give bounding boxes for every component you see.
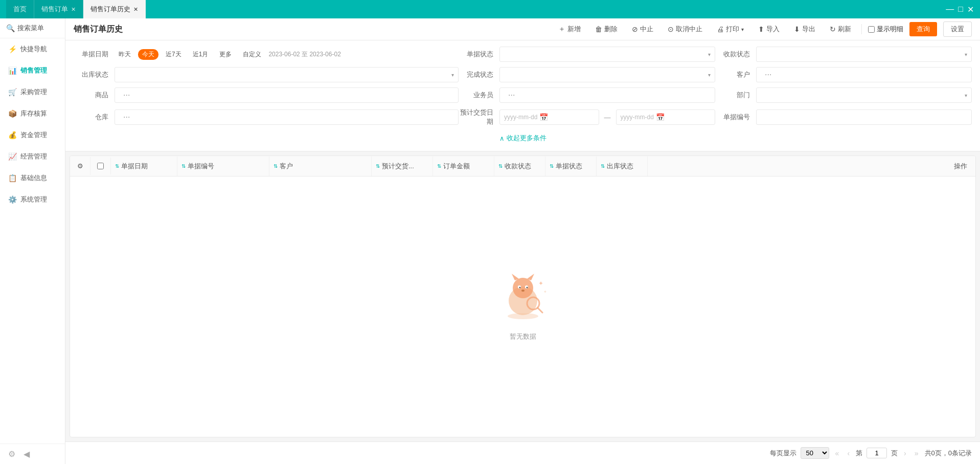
- filter-row-4: 仓库 ··· 预计交货日期 yyyy-mm-dd 📅 — yyyy: [74, 108, 972, 126]
- customer-select[interactable]: ···: [756, 67, 972, 82]
- sort-icon-order[interactable]: ⇅: [181, 163, 186, 169]
- table-select-all[interactable]: [90, 158, 111, 174]
- sort-icon-payment[interactable]: ⇅: [498, 163, 503, 169]
- sidebar-item-quick-nav-label: 快捷导航: [20, 45, 47, 54]
- th-order: ⇅ 单据编号: [177, 157, 269, 176]
- sidebar-item-system-label: 系统管理: [20, 195, 47, 204]
- th-delivery: ⇅ 预计交货...: [372, 157, 433, 176]
- sort-icon-bill[interactable]: ⇅: [550, 163, 554, 169]
- prev-page-btn[interactable]: ‹: [845, 448, 852, 458]
- complete-status-arrow-icon: ▾: [708, 72, 711, 78]
- first-page-btn[interactable]: «: [833, 448, 841, 458]
- filter-delivery-date-cell: 预计交货日期 yyyy-mm-dd 📅 — yyyy-mm-dd 📅: [459, 108, 715, 126]
- svg-line-11: [538, 308, 542, 313]
- display-cols-toggle[interactable]: 显示明细: [868, 25, 903, 34]
- calendar-from-icon: 📅: [539, 113, 548, 121]
- sort-icon-amount[interactable]: ⇅: [437, 163, 441, 169]
- collapse-filter-btn[interactable]: ∧ 收起更多条件: [74, 131, 972, 145]
- tab-sales-order-history-close[interactable]: ✕: [133, 6, 138, 13]
- sidebar-item-inventory[interactable]: 📦 库存核算: [0, 103, 65, 124]
- new-button[interactable]: ＋ 新增: [554, 23, 585, 36]
- delete-button[interactable]: 🗑 删除: [591, 23, 622, 36]
- date-btn-1month[interactable]: 近1月: [189, 49, 213, 60]
- close-btn[interactable]: ✕: [967, 5, 974, 14]
- bill-status-select[interactable]: ▾: [499, 47, 715, 62]
- sort-icon-delivery[interactable]: ⇅: [376, 163, 380, 169]
- sidebar-item-purchase[interactable]: 🛒 采购管理: [0, 81, 65, 103]
- per-page-select[interactable]: 10 20 50 100: [801, 447, 829, 459]
- last-page-btn[interactable]: »: [913, 448, 921, 458]
- delivery-date-to[interactable]: yyyy-mm-dd 📅: [616, 109, 716, 125]
- select-all-checkbox[interactable]: [97, 163, 104, 169]
- print-button[interactable]: 🖨 打印 ▾: [713, 23, 748, 36]
- stop-button[interactable]: ⊘ 中止: [628, 23, 657, 36]
- goods-dots-icon[interactable]: ···: [123, 91, 130, 100]
- filter-department-cell: 部门 ▾: [715, 87, 972, 103]
- table-settings-icon[interactable]: ⚙: [70, 157, 90, 175]
- sidebar-item-sales[interactable]: 📊 销售管理: [0, 60, 65, 81]
- th-payment-label: 收款状态: [505, 162, 531, 171]
- tab-home[interactable]: 首页: [6, 0, 34, 18]
- settings-button[interactable]: 设置: [943, 21, 972, 37]
- th-operation: 操作: [648, 157, 975, 176]
- warehouse-status-select[interactable]: ▾: [115, 67, 459, 82]
- tab-sales-order-close[interactable]: ✕: [71, 6, 76, 13]
- sidebar-item-basic-info[interactable]: 📋 基础信息: [0, 167, 65, 189]
- sidebar-item-operation[interactable]: 📈 经营管理: [0, 146, 65, 167]
- page-number-input[interactable]: [867, 448, 887, 458]
- date-btn-more[interactable]: 更多: [215, 49, 236, 60]
- display-cols-label: 显示明细: [877, 25, 903, 34]
- goods-select[interactable]: ···: [115, 87, 459, 103]
- tab-sales-order[interactable]: 销售订单 ✕: [34, 0, 83, 18]
- date-btn-today[interactable]: 今天: [138, 49, 158, 60]
- sort-icon[interactable]: ⇅: [115, 163, 119, 169]
- date-btn-custom[interactable]: 自定义: [239, 49, 265, 60]
- customer-dots-icon[interactable]: ···: [765, 70, 771, 79]
- import-button[interactable]: ⬆ 导入: [754, 23, 784, 36]
- export-button[interactable]: ⬇ 导出: [790, 23, 819, 36]
- collapse-sidebar-icon[interactable]: ◀: [24, 449, 30, 459]
- salesperson-select[interactable]: ···: [499, 87, 715, 103]
- th-amount-label: 订单金额: [443, 162, 470, 171]
- top-bar: 首页 销售订单 ✕ 销售订单历史 ✕ — □ ✕: [0, 0, 980, 18]
- sort-icon-warehouse[interactable]: ⇅: [601, 163, 605, 169]
- date-btn-yesterday[interactable]: 昨天: [115, 49, 135, 60]
- sidebar-item-quick-nav[interactable]: ⚡ 快捷导航: [0, 38, 65, 60]
- complete-status-label: 完成状态: [459, 70, 499, 79]
- th-amount: ⇅ 订单金额: [433, 157, 494, 176]
- warehouse-label: 仓库: [74, 113, 115, 122]
- collapse-label: 收起更多条件: [507, 134, 546, 143]
- complete-status-select[interactable]: ▾: [499, 67, 715, 82]
- sidebar-item-purchase-label: 采购管理: [20, 87, 47, 97]
- refresh-label: 刷新: [838, 25, 851, 34]
- delivery-date-from[interactable]: yyyy-mm-dd 📅: [499, 109, 599, 125]
- sidebar-item-system[interactable]: ⚙️ 系统管理: [0, 189, 65, 210]
- settings-icon[interactable]: ⚙: [8, 449, 15, 459]
- tab-sales-order-history-label: 销售订单历史: [90, 5, 130, 14]
- minimize-btn[interactable]: —: [946, 5, 954, 14]
- th-order-label: 单据编号: [188, 162, 214, 171]
- table-section: ⚙ ⇅ 单据日期 ⇅ 单据编号 ⇅ 客户 ⇅ 预计交货.: [70, 156, 976, 437]
- maximize-btn[interactable]: □: [958, 5, 963, 14]
- department-arrow-icon: ▾: [965, 93, 967, 98]
- payment-status-select[interactable]: ▾: [756, 47, 972, 62]
- query-button[interactable]: 查询: [909, 22, 937, 36]
- sidebar-item-finance[interactable]: 💰 资金管理: [0, 124, 65, 146]
- basic-info-icon: 📋: [8, 174, 16, 182]
- bill-number-input[interactable]: [756, 109, 972, 125]
- display-cols-checkbox-input[interactable]: [868, 26, 875, 33]
- refresh-button[interactable]: ↻ 刷新: [826, 23, 855, 36]
- date-btn-7days[interactable]: 近7天: [162, 49, 186, 60]
- warehouse-select[interactable]: ···: [115, 109, 459, 125]
- next-page-btn[interactable]: ›: [902, 448, 908, 458]
- warehouse-status-arrow-icon: ▾: [451, 72, 454, 78]
- department-select[interactable]: ▾: [756, 87, 972, 103]
- salesperson-dots-icon[interactable]: ···: [508, 91, 515, 100]
- filter-section: 单据日期 昨天 今天 近7天 近1月 更多 自定义 2023-06-02 至 2…: [65, 40, 980, 151]
- tab-sales-order-history[interactable]: 销售订单历史 ✕: [83, 0, 146, 18]
- delete-label: 删除: [604, 25, 618, 34]
- cancel-stop-button[interactable]: ⊙ 取消中止: [664, 23, 706, 36]
- sort-icon-customer[interactable]: ⇅: [274, 163, 278, 169]
- sidebar-search[interactable]: 🔍 搜索菜单: [0, 18, 65, 38]
- warehouse-dots-icon[interactable]: ···: [123, 113, 130, 122]
